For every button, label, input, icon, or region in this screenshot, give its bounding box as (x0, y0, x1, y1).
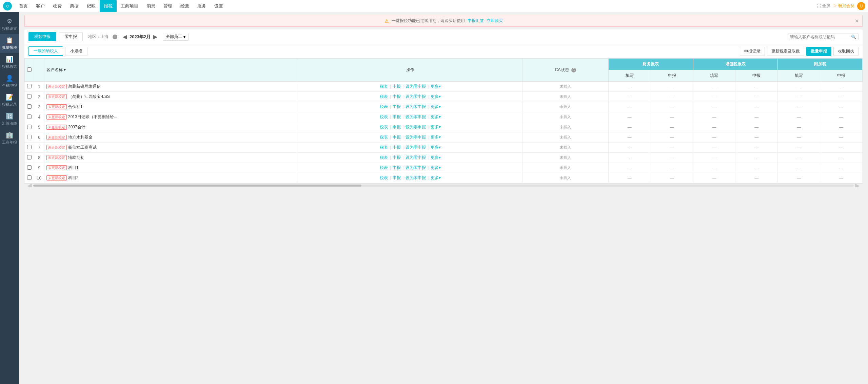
search-icon[interactable]: 🔍 (851, 35, 856, 39)
op-zero-declare[interactable]: 设为零申报 (406, 155, 426, 160)
op-more[interactable]: 更多▾ (431, 84, 441, 89)
op-tax-table[interactable]: 税表 (380, 114, 388, 119)
op-declare[interactable]: 申报 (393, 155, 401, 160)
op-zero-declare[interactable]: 设为零申报 (406, 175, 426, 180)
tab-zero-declare[interactable]: 零申报 (59, 32, 83, 41)
op-zero-declare[interactable]: 设为零申报 (406, 94, 426, 99)
sidebar-item-calc-clear[interactable]: 🔢 汇算清缴 (0, 110, 19, 129)
nav-billing[interactable]: 收费 (49, 0, 66, 12)
op-tax-table[interactable]: 税表 (380, 165, 388, 170)
op-more[interactable]: 更多▾ (431, 145, 441, 150)
op-more[interactable]: 更多▾ (431, 125, 441, 129)
row-checkbox[interactable] (27, 94, 32, 99)
notif-link1[interactable]: 申报汇签 (468, 18, 484, 24)
notif-link2[interactable]: 立即购买 (487, 18, 503, 24)
row-checkbox[interactable] (27, 114, 32, 119)
op-more[interactable]: 更多▾ (431, 94, 441, 99)
op-tax-table[interactable]: 税表 (380, 155, 388, 160)
nav-message[interactable]: 消息 (142, 0, 159, 12)
row-checkbox[interactable] (27, 145, 32, 149)
op-zero-declare[interactable]: 设为零申报 (406, 135, 426, 140)
op-more[interactable]: 更多▾ (431, 104, 441, 109)
action-btns: 申报记录 更新税定及取数 批量申报 收取回执 (740, 47, 859, 56)
sidebar-item-biz-annual[interactable]: 🏢 工商年报 (0, 129, 19, 148)
op-more[interactable]: 更多▾ (431, 135, 441, 140)
sidebar-item-personal-tax[interactable]: 👤 个税申报 (0, 72, 19, 91)
row-checkbox[interactable] (27, 155, 32, 159)
row-checkbox[interactable] (27, 84, 32, 88)
select-all-checkbox[interactable] (27, 67, 32, 72)
sidebar-item-tax-settings[interactable]: ⚙ 报税设置 (0, 15, 19, 34)
op-declare[interactable]: 申报 (393, 114, 401, 119)
op-more[interactable]: 更多▾ (431, 155, 441, 160)
row-checkbox[interactable] (27, 125, 32, 129)
nav-service[interactable]: 服务 (193, 0, 210, 12)
op-declare[interactable]: 申报 (393, 135, 401, 140)
op-zero-declare[interactable]: 设为零申报 (406, 125, 426, 129)
row-checkbox[interactable] (27, 175, 32, 180)
row-checkbox[interactable] (27, 104, 32, 109)
op-tax-table[interactable]: 税表 (380, 175, 388, 180)
row-tax-fill: — (693, 173, 735, 183)
tab-small-scale[interactable]: 小规模 (65, 47, 87, 56)
nav-home[interactable]: 首页 (15, 0, 32, 12)
sidebar-item-batch-tax[interactable]: 📋 批量报税 (0, 34, 19, 53)
op-declare[interactable]: 申报 (393, 145, 401, 150)
op-zero-declare[interactable]: 设为零申报 (406, 104, 426, 109)
op-more[interactable]: 更多▾ (431, 165, 441, 170)
batch-declare-btn[interactable]: 批量申报 (806, 47, 831, 56)
search-input[interactable] (790, 35, 851, 39)
notif-close-btn[interactable]: ✕ (855, 18, 859, 24)
nav-tax[interactable]: 报税 (100, 0, 117, 12)
nav-manage[interactable]: 管理 (159, 0, 176, 12)
op-tax-table[interactable]: 税表 (380, 125, 388, 129)
nav-invoice[interactable]: 票据 (66, 0, 83, 12)
op-zero-declare[interactable]: 设为零申报 (406, 84, 426, 89)
scroll-right-icon[interactable]: ▶ (855, 182, 860, 188)
nav-biz-project[interactable]: 工商项目 (117, 0, 142, 12)
row-checkbox[interactable] (27, 135, 32, 139)
row-checkbox[interactable] (27, 165, 32, 170)
nav-operations[interactable]: 经营 (176, 0, 193, 12)
op-zero-declare[interactable]: 设为零申报 (406, 114, 426, 119)
op-declare[interactable]: 申报 (393, 104, 401, 109)
row-tax-declare: — (735, 143, 778, 153)
name-sort-icon[interactable]: ▾ (64, 67, 66, 72)
tab-tax-declare[interactable]: 税款申报 (28, 32, 56, 41)
op-zero-declare[interactable]: 设为零申报 (406, 165, 426, 170)
date-next-btn[interactable]: ▶ (153, 34, 157, 40)
op-tax-table[interactable]: 税表 (380, 145, 388, 150)
op-declare[interactable]: 申报 (393, 94, 401, 99)
op-declare[interactable]: 申报 (393, 84, 401, 89)
upgrade-btn[interactable]: ▷ 畅兴会员 (833, 3, 854, 9)
op-tax-table[interactable]: 税表 (380, 135, 388, 140)
date-prev-btn[interactable]: ◀ (123, 34, 127, 40)
scroll-left-icon[interactable]: ◀ (27, 182, 32, 188)
op-more[interactable]: 更多▾ (431, 114, 441, 119)
op-more[interactable]: 更多▾ (431, 175, 441, 180)
collect-back-btn[interactable]: 收取回执 (833, 47, 859, 56)
row-vat-fill: — (778, 102, 820, 112)
employee-select[interactable]: 全部员工 ▾ (163, 33, 189, 41)
row-vat-fill: — (778, 112, 820, 122)
op-zero-declare[interactable]: 设为零申报 (406, 145, 426, 150)
nav-accounting[interactable]: 记账 (83, 0, 100, 12)
nav-customer[interactable]: 客户 (32, 0, 49, 12)
op-tax-table[interactable]: 税表 (380, 94, 388, 99)
declare-records-btn[interactable]: 申报记录 (740, 47, 765, 56)
op-tax-table[interactable]: 税表 (380, 84, 388, 89)
update-quota-btn[interactable]: 更新税定及取数 (767, 47, 804, 56)
sidebar-item-tax-overview[interactable]: 📊 报税总览 (0, 53, 19, 72)
op-declare[interactable]: 申报 (393, 125, 401, 129)
fullscreen-btn[interactable]: ⛶ 全屏 (817, 3, 830, 9)
region-info-icon[interactable]: i (113, 35, 117, 39)
nav-settings[interactable]: 设置 (210, 0, 227, 12)
ca-info-icon[interactable]: C (571, 68, 576, 72)
op-declare[interactable]: 申报 (393, 175, 401, 180)
op-declare[interactable]: 申报 (393, 165, 401, 170)
tab-general-taxpayer[interactable]: 一般的纳税人 (28, 46, 63, 56)
sidebar-item-tax-records[interactable]: 📝 报税记录 (0, 91, 19, 110)
row-ca-status: 未插入 (522, 82, 608, 92)
op-tax-table[interactable]: 税表 (380, 104, 388, 109)
user-avatar[interactable]: U (857, 2, 865, 10)
